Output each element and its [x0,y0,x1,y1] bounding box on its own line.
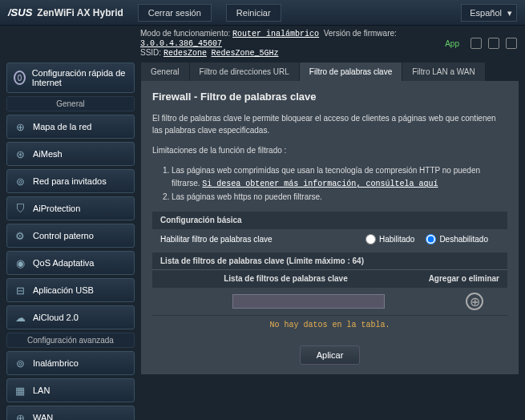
logout-button[interactable]: Cerrar sesión [138,4,212,22]
page-title: Firewall - Filtro de palabras clave [152,91,507,103]
mode-label: Modo de funcionamiento: [140,29,230,38]
radio-enabled-label: Habilitado [379,235,414,244]
status-icon-1[interactable] [470,38,482,49]
limitation-1: Las páginas web comprimidas que usan la … [172,164,507,191]
tab-lan-wan-filter[interactable]: Filtro LAN a WAN [402,63,486,81]
wifi-icon: ⊚ [14,357,26,370]
general-section-label: General [6,96,135,111]
enable-filter-label: Habilitar filtro de palabras clave [160,235,365,244]
page-description: El filtro de palabras clave le permite b… [152,112,507,136]
reboot-button[interactable]: Reiniciar [226,4,281,22]
sidebar-item-wireless[interactable]: ⊚Inalámbrico [6,351,135,375]
ssid2-link[interactable]: RedesZone_5GHz [211,49,278,58]
tab-keyword-filter[interactable]: Filtro de palabras clave [300,63,402,81]
quick-setup-button[interactable]: Configuración rápida de Internet [6,63,135,93]
column-add-remove: Agregar o eliminar [411,274,499,283]
language-select[interactable]: Español [461,4,517,22]
basic-config-header: Configuración básica [152,212,507,228]
sidebar-item-parental[interactable]: ⚙Control paterno [6,224,135,248]
speedometer-icon: ◉ [14,256,26,269]
tab-url-filter[interactable]: Filtro de direcciones URL [190,63,300,81]
sidebar-item-qos[interactable]: ◉QoS Adaptativa [6,251,135,275]
shield-icon: ⛉ [14,202,26,215]
guest-icon: ⊚ [14,175,26,188]
mode-link[interactable]: Router inalámbrico [232,30,319,38]
sidebar-item-guest-network[interactable]: ⊚Red para invitados [6,169,135,193]
ssid1-link[interactable]: RedesZone [164,49,207,58]
sidebar-item-lan[interactable]: ▦LAN [6,378,135,402]
brand-logo: /SUS [8,6,32,18]
ssid-label: SSID: [140,48,161,57]
limitation-2: Las páginas web https no pueden filtrars… [172,191,507,204]
column-keyword-list: Lista de filtros de palabras clave [160,274,411,283]
gear-icon [14,71,26,85]
sidebar-item-aicloud[interactable]: ☁AiCloud 2.0 [6,305,135,329]
lan-icon: ▦ [14,384,26,397]
radio-enabled[interactable] [365,234,376,244]
wan-icon: ⊕ [14,411,26,420]
fw-label: Versión de firmware: [324,29,397,38]
keyword-list-header: Lista de filtros de palabras clave (Lími… [152,252,507,269]
tab-general[interactable]: General [141,63,190,81]
no-data-message: No hay datos en la tabla. [152,315,507,334]
mesh-icon: ⊛ [14,147,26,160]
usb-icon: ⊟ [14,284,26,297]
people-icon: ⚙ [14,229,26,242]
limitations-label: Limitaciones de la función de filtrado : [152,144,507,156]
quick-setup-label: Configuración rápida de Internet [32,68,127,87]
advanced-section-label: Configuración avanzada [6,333,135,348]
more-info-link[interactable]: Si desea obtener más información, consúl… [202,180,438,188]
radio-disabled[interactable] [426,234,436,244]
model-name: ZenWiFi AX Hybrid [37,7,123,18]
sidebar-item-aimesh[interactable]: ⊛AiMesh [6,142,135,166]
add-keyword-button[interactable]: ⊕ [466,293,483,310]
status-icon-2[interactable] [488,38,499,49]
sidebar-item-wan[interactable]: ⊕WAN [6,406,135,420]
cloud-icon: ☁ [14,311,26,324]
globe-icon: ⊕ [14,120,26,133]
sidebar-item-usb-app[interactable]: ⊟Aplicación USB [6,278,135,302]
sidebar-item-aiprotection[interactable]: ⛉AiProtection [6,196,135,220]
fw-link[interactable]: 3.0.0.4.386_45607 [140,39,222,48]
keyword-input[interactable] [232,294,385,309]
apply-button[interactable]: Aplicar [300,345,361,365]
radio-disabled-label: Deshabilitado [439,235,488,244]
app-label[interactable]: App [445,39,459,48]
status-icon-3[interactable] [506,38,517,49]
sidebar-item-network-map[interactable]: ⊕Mapa de la red [6,115,135,139]
